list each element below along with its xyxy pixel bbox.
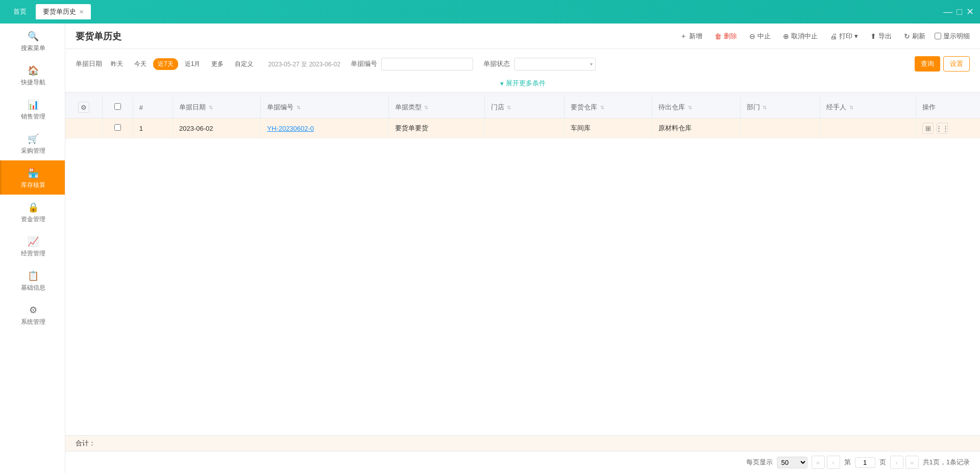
doc-no-link[interactable]: YH-20230602-0 [267,125,314,132]
col-date-sort[interactable]: ⇅ [209,105,213,110]
row-from-wh: 车间库 [565,119,652,138]
export-label: 导出 [878,32,892,41]
status-select-wrapper: ▾ [514,58,596,70]
sidebar-label-sys: 系统管理 [21,318,45,326]
delete-button[interactable]: 🗑 删除 [712,30,740,43]
page-number-input[interactable] [855,457,875,468]
sidebar-item-sales[interactable]: 📊 销售管理 [0,92,65,126]
sidebar-item-search-menu[interactable]: 🔍 搜索菜单 [0,23,65,58]
col-store-label: 门店 [491,103,504,111]
header-actions: ＋ 新增 🗑 删除 ⊖ 中止 ⊕ 取消中止 [677,30,970,43]
col-settings-icon[interactable]: ⚙ [78,102,89,113]
export-icon: ⬆ [870,32,876,40]
page-size-select[interactable]: 20 50 100 [777,457,807,468]
maximize-icon[interactable]: □ [957,7,962,17]
col-type-header: 单据类型 ⇅ [388,97,484,119]
select-all-checkbox[interactable] [114,103,121,110]
sidebar-item-purchase[interactable]: 🛒 采购管理 [0,126,65,160]
row-doc-no: YH-20230602-0 [261,119,389,138]
status-select[interactable] [514,58,596,70]
next-page-button[interactable]: › [890,456,903,469]
expand-button[interactable]: ▾ 展开更多条件 [500,79,546,88]
col-dept-sort[interactable]: ⇅ [763,105,767,110]
date-btn-1month[interactable]: 近1月 [180,58,205,70]
stop-label: 中止 [757,32,771,41]
search-icon: 🔍 [28,31,39,42]
settings-button[interactable]: 设置 [943,56,970,72]
date-btn-more[interactable]: 更多 [207,58,228,70]
sidebar-item-sys[interactable]: ⚙ 系统管理 [0,297,65,332]
date-btn-today[interactable]: 今天 [130,58,151,70]
sidebar-item-base-info[interactable]: 📋 基础信息 [0,263,65,297]
print-arrow-icon: ▾ [854,32,858,40]
row-checkbox[interactable] [114,124,121,131]
show-detail-checkbox[interactable] [935,33,941,39]
tab-close-icon[interactable]: ✕ [79,9,84,15]
row-more-icon[interactable]: ⋮⋮ [937,123,948,134]
col-date-header: 单据日期 ⇅ [173,97,261,119]
print-icon: 🖨 [830,32,837,40]
stop-button[interactable]: ⊖ 中止 [746,30,774,43]
col-type-label: 单据类型 [395,103,422,111]
date-btn-custom[interactable]: 自定义 [230,58,258,70]
refresh-button[interactable]: ↻ 刷新 [901,30,928,43]
col-to-wh-sort[interactable]: ⇅ [688,105,692,110]
print-button[interactable]: 🖨 打印 ▾ [827,30,861,43]
tab-bar: 首页 要货单历史 ✕ [6,4,943,19]
filter-area: 单据日期 昨天 今天 近7天 近1月 更多 自定义 2023-05-27 至 2… [65,49,980,92]
sidebar-item-ops[interactable]: 📈 经营管理 [0,229,65,263]
col-store-header: 门店 ⇅ [484,97,565,119]
col-settings: ⚙ [65,97,103,119]
filter-row: 单据日期 昨天 今天 近7天 近1月 更多 自定义 2023-05-27 至 2… [76,56,970,72]
base-info-icon: 📋 [28,270,39,281]
col-from-wh-sort[interactable]: ⇅ [600,105,604,110]
last-page-button[interactable]: » [905,456,919,469]
close-icon[interactable]: ✕ [966,6,974,17]
minimize-icon[interactable]: — [943,7,952,17]
add-icon: ＋ [680,32,687,41]
col-handler-header: 经手人 ⇅ [820,97,916,119]
query-label: 查询 [921,59,934,68]
tab-home-label: 首页 [13,7,27,16]
prev-page-button[interactable]: ‹ [827,456,840,469]
table-row: 1 2023-06-02 YH-20230602-0 要货单要货 车间库 原材料… [65,119,980,138]
col-date-label: 单据日期 [179,103,206,111]
sidebar-label-search: 搜索菜单 [21,44,45,53]
col-type-sort[interactable]: ⇅ [424,105,428,110]
cancel-stop-button[interactable]: ⊕ 取消中止 [780,30,821,43]
col-docno-label: 单据编号 [267,103,293,111]
row-num: 1 [133,119,173,138]
row-doc-type: 要货单要货 [388,119,484,138]
col-store-sort[interactable]: ⇅ [507,105,511,110]
sidebar-item-quick-nav[interactable]: 🏠 快捷导航 [0,58,65,92]
date-buttons: 昨天 今天 近7天 近1月 更多 自定义 [106,58,258,70]
query-button[interactable]: 查询 [915,56,940,72]
first-page-button[interactable]: « [812,456,825,469]
date-btn-7days[interactable]: 近7天 [153,58,178,70]
content-area: 要货单历史 ＋ 新增 🗑 删除 ⊖ 中止 ⊕ [65,23,980,473]
sidebar-item-inventory[interactable]: 🏪 库存核算 [0,160,65,195]
show-detail-toggle[interactable]: 显示明细 [935,32,970,41]
add-button[interactable]: ＋ 新增 [677,30,705,43]
col-handler-sort[interactable]: ⇅ [849,105,853,110]
col-num-header: # [133,97,173,119]
docno-label: 单据编号 [351,59,377,68]
export-button[interactable]: ⬆ 导出 [867,30,895,43]
col-docno-sort[interactable]: ⇅ [297,105,301,110]
date-btn-yesterday[interactable]: 昨天 [106,58,128,70]
col-handler-label: 经手人 [826,103,846,111]
sidebar-label-purchase: 采购管理 [21,147,45,155]
row-view-icon[interactable]: ⊞ [922,123,934,134]
inventory-icon: 🏪 [28,168,39,179]
page-total-info: 共1页，1条记录 [923,458,970,467]
page-navigation: « ‹ 第 页 › » [812,456,919,469]
date-filter-label: 单据日期 [76,59,102,68]
page-size-label: 每页显示 [746,458,773,467]
tab-requisition-history[interactable]: 要货单历史 ✕ [36,4,91,19]
sidebar-item-finance[interactable]: 🔒 资金管理 [0,195,65,229]
docno-input[interactable] [381,58,473,70]
expand-down-icon: ▾ [500,80,504,87]
sidebar-label-quick-nav: 快捷导航 [21,78,45,87]
table-header-row: ⚙ # 单据日期 ⇅ 单据编号 [65,97,980,119]
tab-home[interactable]: 首页 [6,4,34,19]
